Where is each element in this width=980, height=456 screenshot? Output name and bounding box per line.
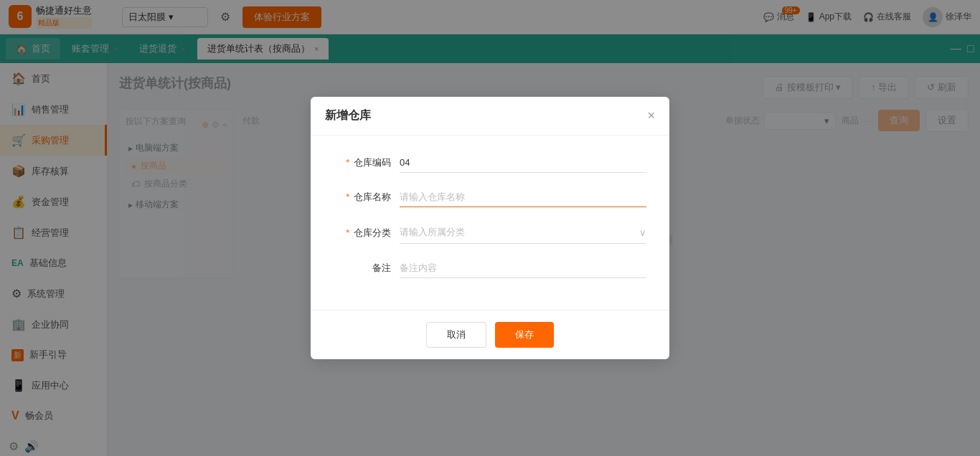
form-row-code: * 仓库编码 bbox=[334, 153, 646, 173]
chevron-down-icon: ∨ bbox=[639, 227, 646, 238]
modal-header: 新增仓库 × bbox=[311, 97, 669, 136]
modal-close-button[interactable]: × bbox=[647, 108, 655, 123]
name-input[interactable] bbox=[400, 187, 646, 207]
save-button[interactable]: 保存 bbox=[495, 322, 554, 348]
modal-overlay[interactable]: 新增仓库 × * 仓库编码 * 仓库名称 bbox=[0, 0, 980, 456]
name-label: * 仓库名称 bbox=[334, 191, 391, 204]
modal-body: * 仓库编码 * 仓库名称 * 仓库分类 请输入所属 bbox=[311, 136, 669, 310]
form-row-category: * 仓库分类 请输入所属分类 ∨ bbox=[334, 222, 646, 244]
code-input[interactable] bbox=[400, 153, 646, 173]
cancel-button[interactable]: 取消 bbox=[426, 322, 486, 348]
remark-label: 备注 bbox=[334, 262, 391, 275]
category-label: * 仓库分类 bbox=[334, 227, 391, 239]
form-row-remark: 备注 bbox=[334, 258, 646, 278]
remark-input[interactable] bbox=[400, 258, 646, 278]
code-label: * 仓库编码 bbox=[334, 156, 391, 169]
modal-title: 新增仓库 bbox=[325, 108, 371, 123]
modal-footer: 取消 保存 bbox=[311, 310, 669, 359]
form-row-name: * 仓库名称 bbox=[334, 187, 646, 207]
add-warehouse-modal: 新增仓库 × * 仓库编码 * 仓库名称 bbox=[311, 97, 669, 359]
category-select[interactable]: 请输入所属分类 ∨ bbox=[400, 222, 646, 244]
